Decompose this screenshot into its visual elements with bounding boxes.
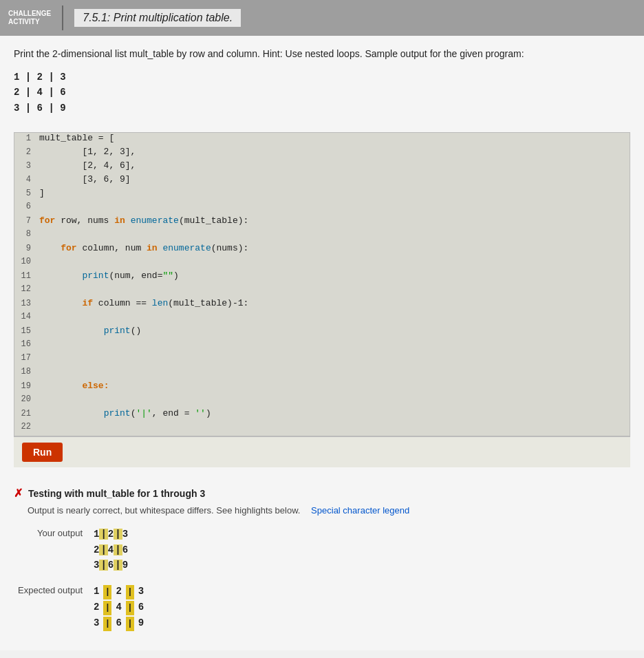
code-line-11: 11 print(num, end="") (14, 270, 630, 284)
activity-title: 7.5.1: Print multiplication table. (74, 9, 241, 27)
your-output-line-1: 1|2|3 (94, 527, 128, 542)
code-line-12: 12 (14, 284, 630, 298)
sample-line-3: 3 | 6 | 9 (14, 100, 630, 116)
challenge-label: CHALLENGE ACTIVITY (8, 10, 51, 26)
your-output-line-3: 3|6|9 (94, 558, 128, 573)
expected-output-block: 1 | 2 | 3 2 | 4 | 6 3 | 6 | 9 (94, 584, 144, 630)
code-line-13: 13 if column == len(mult_table)-1: (14, 298, 630, 312)
test-result-text: Testing with mult_table for 1 through 3 (28, 488, 205, 499)
expected-output-label: Expected output (14, 584, 83, 595)
code-line-4: 4 [3, 6, 9] (14, 174, 630, 188)
code-line-21: 21 print('|', end = '') (14, 408, 630, 422)
header: CHALLENGE ACTIVITY 7.5.1: Print multipli… (0, 0, 644, 36)
expected-output-section: Expected output 1 | 2 | 3 2 | 4 | 6 3 | … (14, 584, 630, 630)
expected-line-1: 1 | 2 | 3 (94, 584, 144, 599)
run-button-area: Run (14, 436, 630, 467)
code-editor[interactable]: 1 mult_table = [ 2 [1, 2, 3], 3 [2, 4, 6… (14, 132, 630, 436)
your-output-line-2: 2|4|6 (94, 542, 128, 558)
run-button[interactable]: Run (22, 443, 63, 462)
code-line-5: 5 ] (14, 188, 630, 202)
code-line-9: 9 for column, num in enumerate(nums): (14, 243, 630, 257)
code-line-10: 10 (14, 257, 630, 270)
instructions-text: Print the 2-dimensional list mult_table … (14, 47, 630, 61)
error-icon: ✗ (14, 487, 23, 500)
your-output-label: Your output (14, 527, 83, 538)
results-area: ✗ Testing with mult_table for 1 through … (0, 478, 644, 650)
expected-line-2: 2 | 4 | 6 (94, 599, 144, 615)
sample-output: 1 | 2 | 3 2 | 4 | 6 3 | 6 | 9 (14, 70, 630, 116)
your-output-section: Your output 1|2|3 2|4|6 3|6|9 (14, 527, 630, 573)
your-output-block: 1|2|3 2|4|6 3|6|9 (94, 527, 128, 573)
code-line-18: 18 (14, 367, 630, 381)
code-line-16: 16 (14, 339, 630, 353)
sample-line-1: 1 | 2 | 3 (14, 70, 630, 85)
expected-line-3: 3 | 6 | 9 (94, 615, 144, 631)
code-line-14: 14 (14, 312, 630, 326)
code-line-6: 6 (14, 202, 630, 215)
code-line-7: 7 for row, nums in enumerate(mult_table)… (14, 215, 630, 229)
sample-line-2: 2 | 4 | 6 (14, 85, 630, 100)
test-result: ✗ Testing with mult_table for 1 through … (14, 487, 630, 500)
code-line-19: 19 else: (14, 381, 630, 394)
code-line-22: 22 (14, 422, 630, 436)
main-content: Print the 2-dimensional list mult_table … (0, 36, 644, 478)
code-line-8: 8 (14, 229, 630, 243)
code-line-2: 2 [1, 2, 3], (14, 147, 630, 160)
code-line-3: 3 [2, 4, 6], (14, 160, 630, 174)
header-divider (62, 6, 63, 30)
output-note: Output is nearly correct, but whitespace… (14, 505, 630, 516)
code-line-15: 15 print() (14, 326, 630, 339)
code-line-1: 1 mult_table = [ (14, 133, 630, 147)
special-char-legend-link[interactable]: Special character legend (311, 505, 409, 516)
code-line-20: 20 (14, 394, 630, 408)
code-line-17: 17 (14, 353, 630, 367)
